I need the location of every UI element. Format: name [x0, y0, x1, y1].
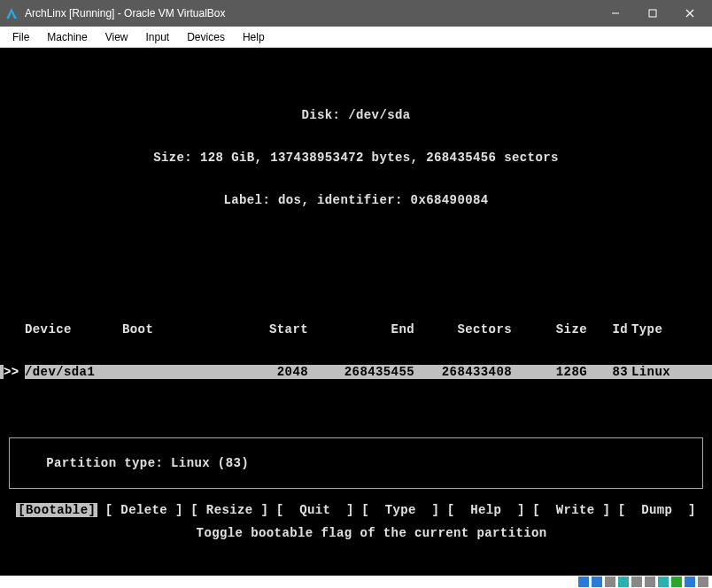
cell-size: 128G — [512, 365, 587, 379]
status-usb-icon[interactable] — [631, 576, 642, 587]
cell-type: Linux — [631, 365, 685, 379]
menu-file[interactable]: File — [4, 28, 38, 46]
status-recording-icon[interactable] — [671, 576, 682, 587]
maximize-button[interactable] — [634, 0, 671, 27]
disk-label-line: Label: dos, identifier: 0x68490084 — [0, 193, 712, 207]
row-marker: >> — [4, 365, 25, 379]
status-network-icon[interactable] — [618, 576, 629, 587]
cell-sectors: 268433408 — [414, 365, 512, 379]
minimize-button[interactable] — [597, 0, 634, 27]
status-hdd-icon[interactable] — [578, 576, 589, 587]
disk-size-line: Size: 128 GiB, 137438953472 bytes, 26843… — [0, 151, 712, 165]
status-mouse-icon[interactable] — [698, 576, 708, 587]
status-cpu-icon[interactable] — [685, 576, 695, 587]
hdr-id: Id — [587, 322, 631, 337]
status-shared-folder-icon[interactable] — [645, 576, 655, 587]
hdr-sectors: Sectors — [414, 322, 512, 337]
status-optical-icon[interactable] — [592, 576, 602, 587]
status-audio-icon[interactable] — [605, 576, 615, 587]
menu-help[interactable]: Help — [234, 28, 274, 46]
partition-table: Device Boot Start End Sectors Size Id Ty… — [0, 294, 712, 407]
window-titlebar: ArchLinx [Running] - Oracle VM VirtualBo… — [0, 0, 712, 27]
vm-screen[interactable]: Disk: /dev/sda Size: 128 GiB, 1374389534… — [0, 48, 712, 576]
close-button[interactable] — [671, 0, 708, 27]
table-row[interactable]: >> /dev/sda1 2048 268435455 268433408 12… — [0, 365, 712, 379]
menu-input[interactable]: Input — [137, 28, 179, 46]
cell-device: /dev/sda1 — [25, 365, 122, 379]
hdr-end: End — [308, 322, 414, 337]
cell-end: 268435455 — [308, 365, 414, 379]
menubar: File Machine View Input Devices Help — [0, 27, 712, 48]
svg-marker-0 — [6, 8, 17, 19]
cell-id: 83 — [587, 365, 631, 379]
partition-type-text: Partition type: Linux (83) — [46, 456, 249, 470]
hint-text: Toggle bootable flag of the current part… — [197, 526, 547, 540]
virtualbox-icon — [4, 5, 19, 21]
menu-machine[interactable]: Machine — [38, 28, 96, 46]
hdr-boot: Boot — [122, 322, 193, 337]
status-display-icon[interactable] — [658, 576, 669, 587]
hdr-type: Type — [631, 322, 685, 337]
hdr-size: Size — [512, 322, 587, 337]
hdr-start: Start — [193, 322, 308, 337]
cell-start: 2048 — [193, 365, 308, 379]
disk-header: Disk: /dev/sda Size: 128 GiB, 1374389534… — [0, 80, 712, 236]
svg-rect-2 — [649, 10, 656, 17]
menu-devices[interactable]: Devices — [178, 28, 234, 46]
table-header-row: Device Boot Start End Sectors Size Id Ty… — [0, 322, 712, 337]
disk-title: Disk: /dev/sda — [0, 108, 712, 122]
cell-boot — [122, 365, 193, 379]
partition-type-box: Partition type: Linux (83) — [9, 437, 703, 489]
hdr-device: Device — [25, 322, 122, 337]
window-title: ArchLinx [Running] - Oracle VM VirtualBo… — [25, 7, 226, 19]
vm-status-strip — [0, 576, 712, 588]
hint-line: Toggle bootable flag of the current part… — [0, 512, 712, 554]
menu-view[interactable]: View — [97, 28, 137, 46]
